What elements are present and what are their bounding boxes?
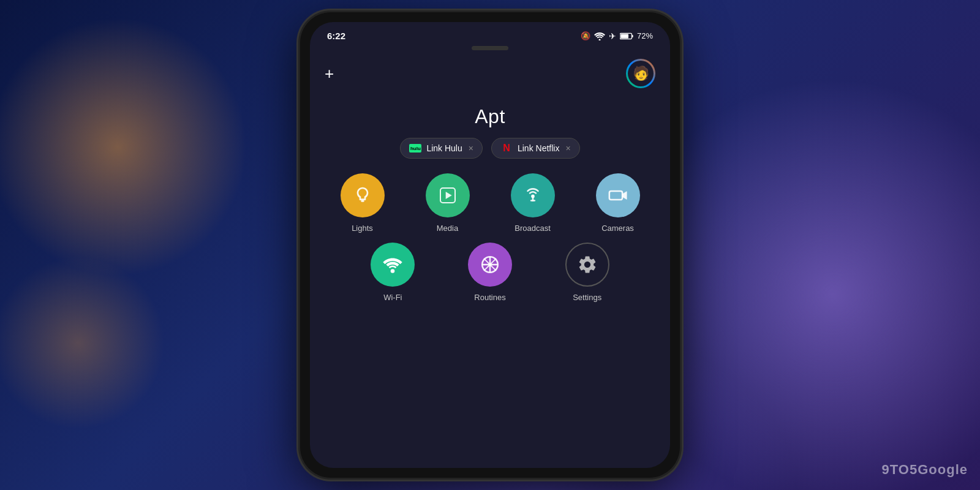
link-hulu-pill[interactable]: hulu Link Hulu × [400, 138, 483, 159]
link-hulu-label: Link Hulu [426, 143, 462, 153]
status-bar: 6:22 🔕 ✈ 72% [310, 22, 670, 46]
svg-point-0 [598, 39, 600, 40]
lights-item[interactable]: Lights [322, 173, 402, 233]
link-netflix-label: Link Netflix [518, 143, 559, 153]
netflix-icon: N [500, 144, 513, 153]
media-item[interactable]: Media [407, 173, 488, 233]
play-icon [438, 186, 458, 205]
svg-point-19 [488, 262, 492, 266]
routines-item[interactable]: Routines [444, 243, 537, 302]
home-title: Apt [310, 93, 670, 138]
netflix-close-icon[interactable]: × [565, 143, 570, 153]
settings-item[interactable]: Settings [541, 243, 633, 302]
svg-point-8 [531, 195, 533, 197]
battery-percent: 72% [637, 31, 653, 40]
top-bar: + 🧑 [310, 54, 670, 93]
phone-device: 6:22 🔕 ✈ 72% [300, 12, 680, 478]
watermark: 9TO5Google [882, 462, 968, 478]
camera-icon [608, 185, 628, 206]
wifi-circle-icon [382, 255, 404, 274]
lights-label: Lights [352, 224, 373, 233]
speaker-grille [472, 46, 508, 50]
hulu-close-icon[interactable]: × [469, 143, 473, 153]
status-time: 6:22 [327, 31, 345, 41]
routines-label: Routines [474, 293, 505, 302]
broadcast-icon [522, 185, 543, 206]
battery-icon [620, 32, 633, 40]
broadcast-item[interactable]: Broadcast [492, 173, 573, 233]
svg-rect-11 [609, 191, 622, 200]
speaker-area [310, 46, 670, 54]
media-circle [426, 173, 470, 217]
routines-icon [480, 254, 500, 275]
hulu-icon: hulu [409, 144, 421, 153]
wifi-icon [594, 32, 605, 40]
phone-screen: 6:22 🔕 ✈ 72% [310, 22, 670, 468]
mute-icon: 🔕 [581, 31, 590, 40]
add-button[interactable]: + [325, 66, 334, 81]
link-netflix-pill[interactable]: N Link Netflix × [491, 138, 580, 159]
settings-circle [565, 243, 609, 287]
status-icons: 🔕 ✈ 72% [581, 31, 653, 41]
main-grid: Lights Media [310, 173, 670, 233]
svg-rect-2 [620, 34, 628, 38]
avatar[interactable]: 🧑 [626, 59, 655, 88]
watermark-text: 9TO5Google [882, 462, 968, 477]
svg-point-13 [391, 269, 395, 273]
svg-marker-6 [445, 192, 451, 199]
airplane-icon: ✈ [609, 31, 616, 41]
lights-circle [341, 173, 385, 217]
settings-label: Settings [573, 293, 601, 302]
settings-icon [577, 254, 598, 275]
link-pills: hulu Link Hulu × N Link Netflix × [310, 138, 670, 173]
broadcast-circle [511, 173, 555, 217]
wifi-item[interactable]: Wi-Fi [347, 243, 439, 302]
svg-rect-4 [361, 200, 364, 202]
routines-circle [468, 243, 512, 287]
wifi-label: Wi-Fi [383, 293, 402, 302]
media-label: Media [437, 224, 458, 233]
phone-wrapper: 6:22 🔕 ✈ 72% [300, 12, 680, 478]
cameras-circle [596, 173, 640, 217]
lightbulb-icon [353, 186, 372, 205]
cameras-label: Cameras [601, 224, 634, 233]
cameras-item[interactable]: Cameras [578, 173, 658, 233]
svg-rect-3 [632, 34, 633, 37]
broadcast-label: Broadcast [514, 224, 551, 233]
wifi-circle [371, 243, 415, 287]
second-grid: Wi-Fi Routines [310, 233, 670, 302]
